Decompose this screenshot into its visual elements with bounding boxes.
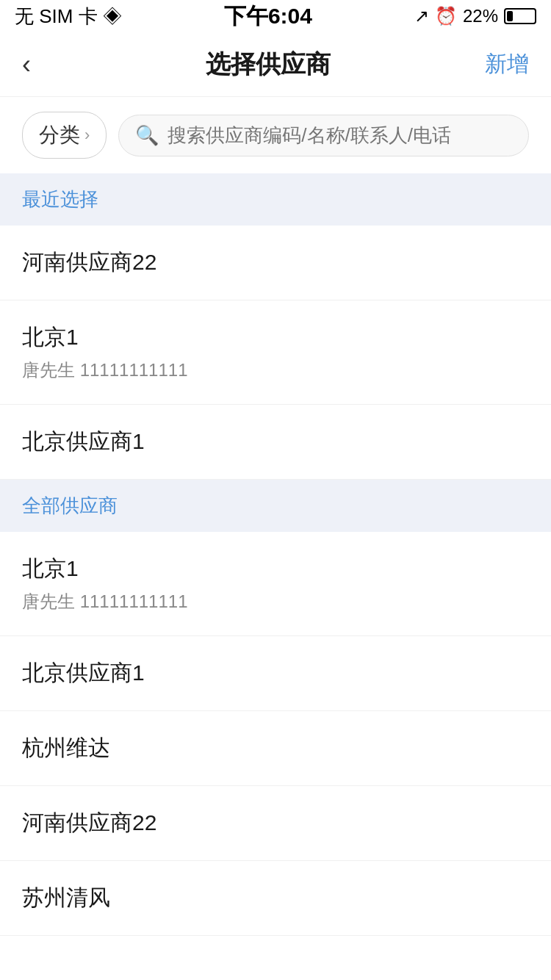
list-item[interactable]: 杭州维达 <box>0 711 551 786</box>
all-list: 北京1唐先生 11111111111北京供应商1杭州维达河南供应商22苏州清风 <box>0 532 551 936</box>
alarm-icon: ⏰ <box>435 6 457 26</box>
add-button[interactable]: 新增 <box>470 49 529 79</box>
battery-icon <box>504 8 536 24</box>
list-item[interactable]: 苏州清风 <box>0 861 551 936</box>
item-name: 河南供应商22 <box>22 248 529 278</box>
item-name: 北京1 <box>22 323 529 353</box>
recent-section-header: 最近选择 <box>0 173 551 226</box>
item-sub: 唐先生 11111111111 <box>22 359 529 382</box>
list-item[interactable]: 北京1唐先生 11111111111 <box>0 300 551 405</box>
back-button[interactable]: ‹ <box>22 49 66 80</box>
item-name: 北京供应商1 <box>22 658 529 688</box>
item-name: 杭州维达 <box>22 733 529 763</box>
list-item[interactable]: 北京1唐先生 11111111111 <box>0 532 551 636</box>
nav-bar: ‹ 选择供应商 新增 <box>0 32 551 97</box>
item-name: 苏州清风 <box>22 883 529 913</box>
list-item[interactable]: 北京供应商1 <box>0 636 551 711</box>
location-icon: ↗ <box>414 6 429 26</box>
search-input-wrap: 🔍 <box>118 115 529 156</box>
search-bar: 分类 › 🔍 <box>0 97 551 173</box>
chevron-right-icon: › <box>84 126 90 145</box>
status-bar: 无 SIM 卡 ◈ 下午6:04 ↗ ⏰ 22% <box>0 0 551 32</box>
status-left: 无 SIM 卡 ◈ <box>15 4 122 29</box>
item-name: 北京供应商1 <box>22 427 529 457</box>
status-time: 下午6:04 <box>224 1 312 32</box>
list-item[interactable]: 河南供应商22 <box>0 786 551 861</box>
category-label: 分类 <box>39 121 80 149</box>
category-button[interactable]: 分类 › <box>22 112 107 159</box>
all-section-header: 全部供应商 <box>0 480 551 532</box>
recent-list: 河南供应商22北京1唐先生 11111111111北京供应商1 <box>0 226 551 480</box>
item-name: 北京1 <box>22 554 529 584</box>
battery-percent: 22% <box>463 6 498 26</box>
status-right: ↗ ⏰ 22% <box>414 6 536 26</box>
search-input[interactable] <box>168 124 512 147</box>
item-sub: 唐先生 11111111111 <box>22 590 529 613</box>
item-name: 河南供应商22 <box>22 808 529 838</box>
list-item[interactable]: 北京供应商1 <box>0 405 551 480</box>
page-title: 选择供应商 <box>206 48 331 82</box>
list-item[interactable]: 河南供应商22 <box>0 226 551 300</box>
search-icon: 🔍 <box>135 124 159 147</box>
